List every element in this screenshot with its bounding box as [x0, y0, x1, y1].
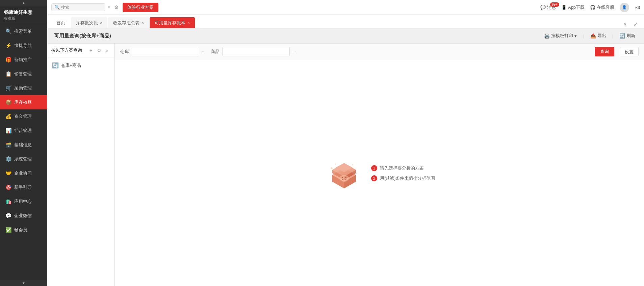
- sidebar-item-system[interactable]: ⚙️系统管理: [0, 152, 47, 166]
- right-panel: 仓库 ··· 商品 ··· 查询 设置: [115, 44, 644, 286]
- trial-button[interactable]: 体验行业方案: [123, 3, 158, 12]
- sidebar-icon-operation: 📊: [5, 128, 11, 134]
- empty-tip-1: 1 请先选择要分析的方案: [371, 165, 435, 171]
- tab-available[interactable]: 可用量库存账本 ×: [150, 17, 195, 28]
- sidebar-item-search[interactable]: 🔍搜索菜单: [0, 24, 47, 38]
- svg-point-9: [345, 177, 346, 178]
- gear-icon[interactable]: ⚙: [114, 4, 119, 10]
- sidebar-item-marketing[interactable]: 🎁营销推广: [0, 53, 47, 67]
- sidebar-label-system: 系统管理: [14, 156, 32, 162]
- sidebar-icon-system: ⚙️: [5, 156, 11, 162]
- empty-tips: 1 请先选择要分析的方案 2 用[过滤]条件来缩小分析范围: [371, 165, 435, 181]
- sidebar-item-guide[interactable]: 🎯新手引导: [0, 180, 47, 194]
- goods-more-button[interactable]: ···: [292, 49, 296, 54]
- tab-actions: × ⤢: [622, 20, 640, 28]
- sidebar-label-guide: 新手引导: [14, 184, 32, 190]
- version-label: 标准版: [4, 16, 43, 21]
- tab-summary[interactable]: 收发存汇总表 ×: [108, 17, 149, 28]
- sidebar-item-inventory[interactable]: 📦库存核算: [0, 95, 47, 109]
- company-name: 畅康通好生意: [4, 9, 43, 15]
- tab-batch-close[interactable]: ×: [100, 21, 102, 25]
- goods-input[interactable]: [222, 47, 290, 56]
- tab-available-close[interactable]: ×: [187, 21, 190, 25]
- sidebar-item-sales[interactable]: 📋销售管理: [0, 67, 47, 81]
- empty-tip-2: 2 用[过滤]条件来缩小分析范围: [371, 175, 435, 181]
- scheme-item-warehouse-goods[interactable]: 🔄 仓库+商品: [47, 59, 114, 71]
- svg-point-12: [335, 163, 336, 165]
- scheme-settings-button[interactable]: ⚙: [96, 47, 102, 54]
- scheme-header-label: 按以下方案查询: [51, 47, 82, 53]
- chevron-down-icon[interactable]: ▾: [108, 5, 110, 9]
- sidebar: ▲ 畅康通好生意 标准版 🔍搜索菜单⚡快捷导航🎁营销推广📋销售管理🛒采购管理📦库…: [0, 0, 47, 286]
- sidebar-label-inventory: 库存核算: [14, 99, 32, 105]
- sidebar-icon-marketing: 🎁: [5, 57, 11, 63]
- empty-state: 1 请先选择要分析的方案 2 用[过滤]条件来缩小分析范围: [115, 60, 644, 286]
- warehouse-more-button[interactable]: ···: [202, 49, 205, 54]
- tip-text-2: 用[过滤]条件来缩小分析范围: [380, 175, 435, 181]
- export-icon: 📤: [590, 33, 596, 38]
- query-button[interactable]: 查询: [595, 47, 614, 56]
- scheme-panel: 按以下方案查询 + ⚙ « 🔄 仓库+商品: [47, 44, 115, 286]
- sidebar-icon-sales: 📋: [5, 71, 11, 77]
- service-icon: 🎧: [590, 5, 595, 10]
- sidebar-icon-finance: 💰: [5, 113, 11, 120]
- tab-summary-close[interactable]: ×: [141, 21, 144, 25]
- sidebar-label-purchase: 采购管理: [14, 85, 32, 91]
- sidebar-item-purchase[interactable]: 🛒采购管理: [0, 81, 47, 95]
- goods-label: 商品: [211, 49, 220, 55]
- setting-button[interactable]: 设置: [620, 47, 639, 56]
- sidebar-label-shortcut: 快捷导航: [14, 43, 32, 49]
- scheme-collapse-button[interactable]: «: [104, 47, 110, 54]
- search-box: 🔍: [51, 3, 105, 11]
- export-button[interactable]: 📤 导出: [588, 32, 608, 40]
- sidebar-icon-wechat: 💬: [5, 213, 11, 219]
- sidebar-scroll-up[interactable]: ▲: [0, 0, 47, 6]
- scheme-item-label: 仓库+商品: [61, 62, 81, 69]
- message-button[interactable]: 💬 消息 99+: [540, 4, 556, 10]
- sidebar-icon-guide: 🎯: [5, 184, 11, 190]
- username-label[interactable]: Rit: [635, 5, 640, 10]
- page-title: 可用量查询(按仓库+商品): [54, 33, 111, 39]
- close-all-tabs-button[interactable]: ×: [622, 21, 629, 28]
- page-actions: 🖨️ 按模板打印 ▾ | 📤 导出 | 🔄 刷新: [542, 32, 637, 40]
- sidebar-item-member[interactable]: ✅畅会员: [0, 223, 47, 237]
- service-label: 在线客服: [597, 4, 614, 10]
- tab-home[interactable]: 首页: [51, 17, 70, 28]
- tip-num-2: 2: [371, 175, 377, 181]
- sidebar-item-shortcut[interactable]: ⚡快捷导航: [0, 38, 47, 53]
- sidebar-icon-basic: 🗃️: [5, 142, 11, 148]
- sidebar-icon-appstore: 🛍️: [5, 199, 11, 205]
- online-service-button[interactable]: 🎧 在线客服: [590, 4, 614, 10]
- app-download-button[interactable]: 📱 App下载: [561, 4, 585, 10]
- print-button[interactable]: 🖨️ 按模板打印 ▾: [542, 32, 579, 40]
- tab-home-label: 首页: [56, 20, 65, 26]
- topbar: 🔍 ▾ ⚙ 体验行业方案 💬 消息 99+ 📱 App下载 🎧 在线客服 👤 R…: [47, 0, 644, 15]
- sidebar-icon-purchase: 🛒: [5, 85, 11, 91]
- expand-icon[interactable]: ⤢: [632, 20, 640, 28]
- refresh-icon: 🔄: [619, 33, 625, 38]
- sidebar-item-finance[interactable]: 💰资金管理: [0, 109, 47, 124]
- sidebar-item-wechat[interactable]: 💬企业微信: [0, 209, 47, 223]
- tab-batch[interactable]: 库存批次账 ×: [71, 17, 107, 28]
- tip-num-1: 1: [371, 165, 377, 171]
- sidebar-item-enterprise[interactable]: 🤝企业协同: [0, 166, 47, 180]
- refresh-label: 刷新: [626, 33, 635, 39]
- tab-bar: 首页 库存批次账 × 收发存汇总表 × 可用量库存账本 × × ⤢: [47, 15, 644, 28]
- warehouse-label: 仓库: [120, 49, 129, 55]
- sidebar-item-appstore[interactable]: 🛍️应用中心: [0, 194, 47, 209]
- refresh-button[interactable]: 🔄 刷新: [617, 32, 637, 40]
- sidebar-label-search: 搜索菜单: [14, 28, 32, 34]
- sidebar-item-operation[interactable]: 📊经营管理: [0, 124, 47, 138]
- sidebar-icon-member: ✅: [5, 227, 11, 233]
- warehouse-input[interactable]: [132, 47, 199, 56]
- scheme-add-button[interactable]: +: [87, 47, 94, 54]
- sidebar-label-enterprise: 企业协同: [14, 170, 32, 176]
- tab-batch-label: 库存批次账: [76, 20, 98, 26]
- sidebar-item-basic[interactable]: 🗃️基础信息: [0, 138, 47, 152]
- tab-summary-label: 收发存汇总表: [113, 20, 139, 26]
- search-input[interactable]: [61, 5, 98, 10]
- page-header: 可用量查询(按仓库+商品) 🖨️ 按模板打印 ▾ | 📤 导出 | 🔄 刷新: [47, 28, 644, 44]
- sidebar-icon-enterprise: 🤝: [5, 170, 11, 176]
- sidebar-scroll-down[interactable]: ▼: [0, 280, 47, 286]
- avatar[interactable]: 👤: [620, 3, 629, 12]
